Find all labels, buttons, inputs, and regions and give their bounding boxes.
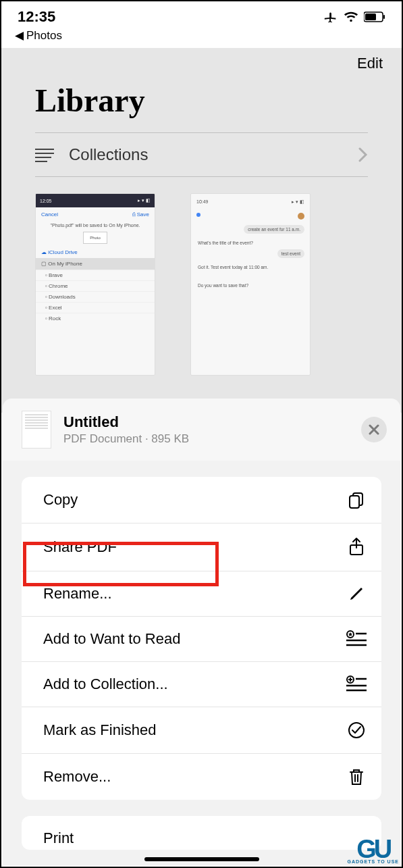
document-card-assistant[interactable]: 10:49▸ ▾ ◧ create an event for 11 a.m. W… <box>190 193 311 376</box>
status-icons <box>323 9 385 24</box>
watermark: GU GADGETS TO USE <box>348 839 400 864</box>
share-icon <box>346 537 367 557</box>
close-button[interactable] <box>361 417 387 442</box>
back-button[interactable]: ◀ Photos <box>1 28 402 48</box>
list-lines-icon <box>35 147 54 162</box>
topbar: Edit <box>1 48 402 76</box>
svg-rect-1 <box>383 15 385 19</box>
status-time: 12:35 <box>18 8 55 26</box>
share-pdf-action[interactable]: Share PDF <box>22 524 381 571</box>
rename-action[interactable]: Rename... <box>22 571 381 617</box>
back-triangle-icon: ◀ <box>15 28 24 43</box>
back-label: Photos <box>26 29 62 43</box>
mark-finished-label: Mark as Finished <box>43 721 157 739</box>
print-label: Print <box>43 829 74 847</box>
action-sheet: Untitled PDF Document · 895 KB Copy Shar… <box>3 399 400 865</box>
collections-row[interactable]: Collections <box>1 133 402 176</box>
mark-as-finished-action[interactable]: Mark as Finished <box>22 707 381 754</box>
action-group-main: Copy Share PDF Rename... Add to Want to … <box>22 477 381 800</box>
library-background: Edit Library Collections 12:05▸ ▾ ◧ Canc… <box>1 48 402 413</box>
status-bar: 12:35 <box>1 1 402 28</box>
share-pdf-label: Share PDF <box>43 538 117 556</box>
svg-rect-8 <box>350 496 359 508</box>
pencil-icon <box>346 585 367 603</box>
add-collection-label: Add to Collection... <box>43 675 168 693</box>
library-cards: 12:05▸ ▾ ◧ Cancel⎙ Save "Photo.pdf" will… <box>1 177 402 376</box>
trash-icon <box>346 767 367 786</box>
svg-point-20 <box>349 723 364 738</box>
airplane-icon <box>323 9 338 24</box>
edit-button[interactable]: Edit <box>357 55 383 72</box>
collections-label: Collections <box>69 145 148 164</box>
add-to-want-to-read-action[interactable]: Add to Want to Read <box>22 617 381 662</box>
svg-rect-2 <box>365 14 376 20</box>
document-subtitle: PDF Document · 895 KB <box>63 432 189 446</box>
copy-action[interactable]: Copy <box>22 477 381 524</box>
copy-icon <box>346 490 367 509</box>
document-title: Untitled <box>63 413 189 431</box>
check-circle-icon <box>346 721 367 740</box>
home-indicator[interactable] <box>144 857 259 861</box>
star-list-icon <box>346 630 367 648</box>
rename-label: Rename... <box>43 585 112 603</box>
plus-list-icon <box>346 675 367 693</box>
action-group-secondary: Print <box>22 816 381 850</box>
document-thumbnail-icon <box>22 411 51 449</box>
chevron-right-icon <box>358 147 368 162</box>
remove-action[interactable]: Remove... <box>22 754 381 800</box>
battery-icon <box>364 11 385 22</box>
copy-label: Copy <box>43 491 78 509</box>
print-action[interactable]: Print <box>22 816 381 850</box>
document-card-files[interactable]: 12:05▸ ▾ ◧ Cancel⎙ Save "Photo.pdf" will… <box>35 193 155 376</box>
close-icon <box>369 424 379 435</box>
remove-label: Remove... <box>43 768 111 786</box>
sheet-header: Untitled PDF Document · 895 KB <box>3 399 400 461</box>
add-to-collection-action[interactable]: Add to Collection... <box>22 662 381 707</box>
wifi-icon <box>344 9 358 24</box>
page-title: Library <box>1 76 402 132</box>
add-want-label: Add to Want to Read <box>43 630 180 648</box>
